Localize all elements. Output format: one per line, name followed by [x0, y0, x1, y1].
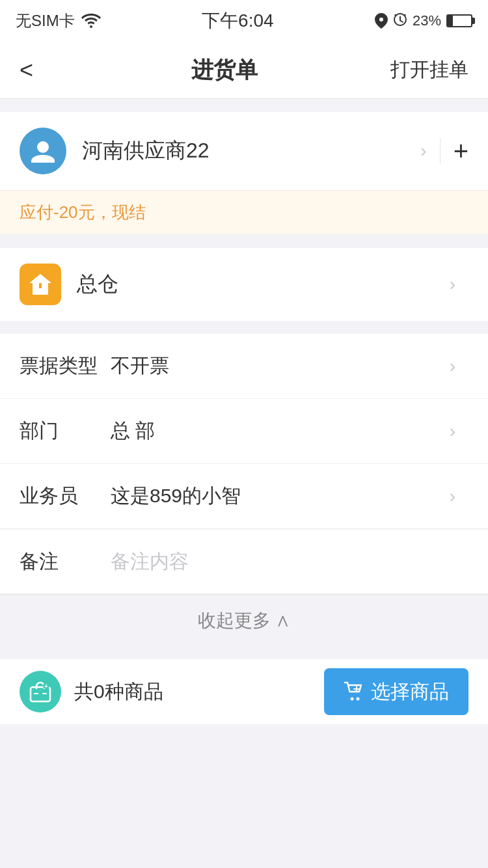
select-product-button[interactable]: 选择商品: [324, 668, 468, 715]
supplier-avatar: [20, 128, 66, 174]
status-left: 无SIM卡: [16, 10, 101, 31]
warehouse-row[interactable]: 总仓 ›: [0, 247, 488, 321]
status-bar: 无SIM卡 下午6:04 23%: [0, 0, 488, 42]
bag-icon: +: [28, 679, 53, 704]
house-icon: [28, 273, 53, 296]
nav-bar: < 进货单 打开挂单: [0, 42, 488, 99]
form-section: 票据类型 不开票 › 部门 总 部 › 业务员 这是859的小智 › 备注 备注…: [0, 334, 488, 646]
signal-label: 无SIM卡: [16, 10, 75, 31]
alarm-icon: [393, 13, 407, 29]
supplier-chevron-icon: ›: [420, 141, 426, 161]
warehouse-chevron-icon: ›: [450, 274, 455, 295]
cart-icon: [344, 681, 364, 702]
invoice-value: 不开票: [98, 353, 450, 379]
invoice-label: 票据类型: [20, 353, 98, 379]
salesperson-label: 业务员: [20, 483, 98, 509]
department-label: 部门: [20, 418, 98, 444]
salesperson-chevron-icon: ›: [450, 486, 455, 507]
department-chevron-icon: ›: [450, 421, 455, 442]
select-product-label: 选择商品: [371, 679, 449, 705]
department-value: 总 部: [98, 418, 450, 444]
bottom-bar: + 共0种商品 选择商品: [0, 659, 488, 724]
status-right: 23%: [375, 12, 472, 29]
remarks-label: 备注: [20, 549, 98, 575]
svg-point-4: [351, 698, 354, 701]
remarks-placeholder: 备注内容: [98, 549, 468, 575]
warehouse-section: 总仓 ›: [0, 247, 488, 321]
battery-percent: 23%: [413, 12, 441, 29]
supplier-row[interactable]: 河南供应商22 › +: [0, 112, 488, 191]
section-gap-2: [0, 234, 488, 247]
person-icon: [29, 137, 57, 165]
salesperson-row[interactable]: 业务员 这是859的小智 ›: [0, 464, 488, 529]
battery-icon: [446, 14, 472, 27]
salesperson-value: 这是859的小智: [98, 483, 450, 509]
product-count-text: 共0种商品: [74, 679, 324, 705]
open-pending-button[interactable]: 打开挂单: [390, 57, 468, 83]
warehouse-name: 总仓: [77, 270, 450, 299]
remarks-row[interactable]: 备注 备注内容: [0, 529, 488, 594]
notice-bar: 应付-20元，现结: [0, 191, 488, 234]
collapse-button[interactable]: 收起更多 ∧: [0, 594, 488, 646]
supplier-section: 河南供应商22 › + 应付-20元，现结: [0, 112, 488, 234]
product-icon: +: [20, 671, 61, 712]
wifi-icon: [81, 14, 101, 28]
svg-point-5: [357, 698, 360, 701]
location-icon: [375, 13, 388, 29]
invoice-row[interactable]: 票据类型 不开票 ›: [0, 334, 488, 399]
back-button[interactable]: <: [20, 57, 59, 84]
section-gap-1: [0, 99, 488, 112]
warehouse-icon: [20, 264, 61, 305]
invoice-chevron-icon: ›: [450, 356, 455, 377]
svg-text:+: +: [44, 683, 48, 690]
supplier-name: 河南供应商22: [82, 137, 420, 165]
add-supplier-button[interactable]: +: [440, 138, 468, 164]
status-time: 下午6:04: [202, 8, 274, 33]
department-row[interactable]: 部门 总 部 ›: [0, 399, 488, 464]
page-title: 进货单: [191, 55, 258, 85]
svg-point-0: [37, 141, 49, 153]
